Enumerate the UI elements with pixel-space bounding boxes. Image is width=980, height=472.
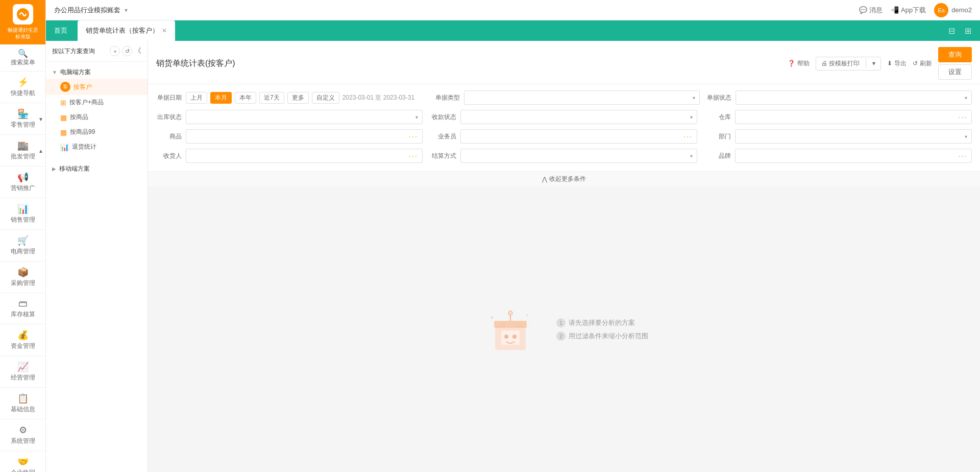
sidebar-item-enterprise[interactable]: 🤝 企业协同 [0,451,45,472]
settlement-label: 结算方式 [431,152,456,160]
sidebar-item-marketing[interactable]: 📢 营销推广 [0,167,45,198]
sidebar-search[interactable]: 🔍 搜索菜单 [0,44,45,72]
page-body: 按以下方案查询 ＋ ↺ 《 ▼ 电脑端方案 客 按客户 ⊞ [46,41,980,472]
inventory-label: 库存核算 [11,310,35,319]
date-btn-more[interactable]: 更多 [287,92,309,104]
sidebar-item-finance[interactable]: 💰 资金管理 [0,324,45,356]
sidebar-item-sales[interactable]: 📊 销售管理 [0,198,45,230]
help-btn[interactable]: ❓ 帮助 [788,59,810,68]
sidebar-item-shortcuts[interactable]: ⚡ 快捷导航 [0,72,45,103]
warehouse-control[interactable]: ··· [735,110,972,124]
tab-home[interactable]: 首页 [46,20,76,41]
department-label: 部门 [705,132,731,141]
sidebar-item-operations[interactable]: 📈 经营管理 [0,356,45,388]
scheme-item-by-customer[interactable]: 客 按客户 [46,79,148,95]
pc-group-label: 电脑端方案 [60,68,91,77]
shortcuts-label: 快捷导航 [11,89,35,98]
scheme-collapse-btn[interactable]: 《 [134,46,141,56]
sidebar-item-retail[interactable]: 🏪 零售管理 ▼ [0,103,45,135]
scheme-item-by-goods-99[interactable]: ▦ 按商品99 [46,125,148,139]
date-btn-last-month[interactable]: 上月 [186,92,207,104]
export-btn[interactable]: ⬇ 导出 [887,59,906,68]
message-action[interactable]: 💬 消息 [859,6,883,15]
doc-status-arrow-icon: ▾ [965,95,967,101]
filter-area: 单据日期 上月 本月 本年 近7天 更多 自定义 2023-03-01 至 20… [148,84,980,171]
print-dropdown-btn[interactable]: ▾ [867,58,880,69]
ship-status-label: 出库状态 [156,113,182,122]
refresh-btn[interactable]: ↺ 刷新 [913,59,932,68]
scheme-group-mobile-header[interactable]: ▶ 移动端方案 [46,162,148,175]
query-button[interactable]: 查询 [938,47,972,62]
doc-type-cell: 单据类型 ▾ [434,90,700,105]
enterprise-icon: 🤝 [17,456,29,467]
salesperson-label: 业务员 [431,132,456,141]
date-btn-this-year[interactable]: 本年 [235,92,256,104]
ship-status-control[interactable]: ▾ [186,110,423,124]
print-icon: 🖨 [821,60,827,67]
receiver-control[interactable]: ··· [186,149,423,163]
minimize-btn[interactable]: ⊟ [945,25,958,37]
scheme-add-btn[interactable]: ＋ [110,46,120,56]
inventory-icon: 🗃 [18,298,28,309]
marketing-label: 营销推广 [11,184,35,193]
tip-2-text: 用过滤条件来缩小分析范围 [569,332,648,341]
scheme-item-return-stat[interactable]: 📊 退货统计 [46,139,148,154]
doc-status-control[interactable]: ▾ [736,90,972,105]
empty-state: ✦ ✦ ✦ 1 请先选择要分析的方案 2 用过滤条件来缩小分析范围 [148,186,980,472]
tab-close-icon[interactable]: ✕ [162,27,167,34]
left-sidebar: 畅捷通好生意 标准版 🔍 搜索菜单 ⚡ 快捷导航 🏪 零售管理 ▼ 🏬 批发管理… [0,0,46,472]
collapse-label: 收起更多条件 [549,175,586,183]
date-btn-7days[interactable]: 近7天 [259,92,284,104]
app-download-action[interactable]: 📲 App下载 [891,6,926,15]
header-left: 办公用品行业模拟账套 ▾ [54,6,128,15]
date-btn-this-month[interactable]: 本月 [210,92,232,104]
scheme-panel: 按以下方案查询 ＋ ↺ 《 ▼ 电脑端方案 客 按客户 ⊞ [46,41,148,472]
tab-sales-stat[interactable]: 销货单统计表（按客户） ✕ [78,20,175,41]
finance-icon: 💰 [17,329,29,341]
svg-point-7 [508,311,512,315]
department-control[interactable]: ▾ [735,129,972,144]
payment-status-control[interactable]: ▾ [460,110,697,124]
scheme-group-mobile: ▶ 移动端方案 [46,158,148,179]
doc-type-control[interactable]: ▾ [464,90,700,105]
sidebar-item-purchase[interactable]: 📦 采购管理 [0,262,45,293]
message-label: 消息 [869,6,883,15]
sidebar-item-ecommerce[interactable]: 🛒 电商管理 [0,230,45,262]
sidebar-item-wholesale[interactable]: 🏬 批发管理 ▲ [0,135,45,167]
settlement-control[interactable]: ▾ [460,149,697,163]
collapse-bar[interactable]: ⋀ 收起更多条件 [148,171,980,186]
maximize-btn[interactable]: ⊞ [962,25,974,37]
salesperson-control[interactable]: ··· [460,129,697,144]
scheme-refresh-btn[interactable]: ↺ [122,46,132,56]
sidebar-item-inventory[interactable]: 🗃 库存核算 [0,293,45,324]
date-btn-custom[interactable]: 自定义 [312,92,339,104]
scheme-group-pc-header[interactable]: ▼ 电脑端方案 [46,66,148,79]
sidebar-item-basic[interactable]: 📋 基础信息 [0,388,45,419]
goods-control[interactable]: ··· [186,129,423,144]
basic-label: 基础信息 [11,405,35,414]
return-stat-label: 退货统计 [72,143,96,151]
scheme-item-by-customer-goods[interactable]: ⊞ 按客户+商品 [46,95,148,110]
user-area[interactable]: Ea demo2 [934,3,972,17]
print-btn[interactable]: 🖨 按模板打印 [816,57,865,70]
purchase-icon: 📦 [17,267,29,278]
by-goods-99-label: 按商品99 [70,128,95,136]
logo-text: 畅捷通好生意 [8,27,38,33]
receiver-dots-icon: ··· [409,152,418,160]
basic-icon: 📋 [17,393,29,404]
scheme-item-by-goods[interactable]: ▦ 按商品 [46,110,148,125]
tip-2-number: 2 [556,332,566,341]
username: demo2 [951,6,972,14]
message-icon: 💬 [859,6,867,14]
sidebar-item-system[interactable]: ⚙ 系统管理 [0,419,45,451]
tip-1-number: 1 [556,318,566,327]
header-dropdown-icon[interactable]: ▾ [125,7,128,14]
export-icon: ⬇ [887,60,892,67]
date-quick-buttons: 上月 本月 本年 近7天 更多 自定义 2023-03-01 至 2023-03… [186,92,414,104]
settings-button[interactable]: 设置 [938,64,972,80]
brand-control[interactable]: ··· [735,149,972,163]
goods-label: 商品 [156,132,182,141]
logo-area[interactable]: 畅捷通好生意 标准版 [0,0,46,44]
by-goods-label: 按商品 [70,113,88,122]
brand-cell: 品牌 ··· [705,149,972,163]
